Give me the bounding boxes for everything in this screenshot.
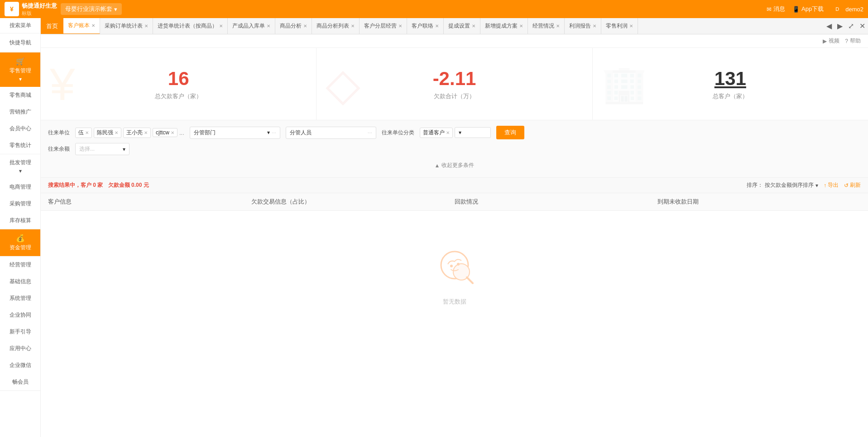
collapse-button[interactable]: ▲ 收起更多条件 xyxy=(48,159,861,172)
tag-close-icon[interactable]: ✕ xyxy=(85,130,89,135)
help-label: 帮助 xyxy=(850,37,861,45)
tag-close-icon[interactable]: ✕ xyxy=(171,130,174,135)
tab-close-icon[interactable]: ✕ xyxy=(519,24,523,28)
chevron-down-icon: ▾ xyxy=(267,129,270,136)
bg-icon-building: 🏢 xyxy=(602,63,647,105)
sidebar-item-retail-stats[interactable]: 零售统计 xyxy=(0,137,40,154)
sidebar-item-member[interactable]: 会员中心 xyxy=(0,120,40,137)
person-more-icon[interactable]: ··· xyxy=(368,129,372,136)
app-download-button[interactable]: 📱 App下载 xyxy=(792,5,824,13)
tab-close-icon[interactable]: ✕ xyxy=(91,23,95,28)
unit-class-tag-normal[interactable]: 普通客户 ✕ xyxy=(420,128,453,138)
results-info: 搜索结果中，客户 0 家 欠款金额 0.00 元 xyxy=(48,181,149,189)
tab-customer-contact[interactable]: 客户联络 ✕ xyxy=(407,18,444,34)
sidebar-item-wholesale[interactable]: 批发管理 ▾ xyxy=(0,154,40,179)
tab-close-icon[interactable]: ✕ xyxy=(267,24,270,28)
tab-close-icon[interactable]: ✕ xyxy=(303,24,307,28)
user-profile[interactable]: D demo2 xyxy=(831,3,863,15)
tab-close-icon[interactable]: ✕ xyxy=(351,24,355,28)
unit-class-select[interactable]: ▾ xyxy=(455,127,491,138)
tag-close-icon[interactable]: ✕ xyxy=(144,130,148,135)
sidebar-label: 批发管理 xyxy=(10,159,31,166)
tab-scroll-left[interactable]: ◀ xyxy=(824,18,834,34)
export-button[interactable]: ↑ 导出 xyxy=(824,181,839,189)
enterprise-selector[interactable]: 母婴行业演示帐套 ▾ xyxy=(61,3,122,15)
tab-close-icon[interactable]: ✕ xyxy=(629,24,633,28)
dept-clear-icon[interactable]: ··· xyxy=(272,129,276,136)
tab-product-analysis[interactable]: 商品分析 ✕ xyxy=(275,18,312,34)
stat-card-total-customers: 🏢 131 总客户（家） xyxy=(593,48,868,120)
tab-inbound-stats[interactable]: 进货单统计表（按商品） ✕ xyxy=(153,18,228,34)
col-header-debt: 欠款交易信息（占比） xyxy=(251,198,455,206)
logo-sub: 标版 xyxy=(22,10,57,17)
tab-bar: 首页 客户账本 ✕ 采购订单统计表 ✕ 进货单统计表（按商品） ✕ xyxy=(41,18,868,34)
help-button[interactable]: ? 帮助 xyxy=(845,37,861,45)
tab-customer-layer[interactable]: 客户分层经营 ✕ xyxy=(360,18,407,34)
sidebar-item-operations[interactable]: 经营管理 xyxy=(0,256,40,273)
video-help-button[interactable]: ▶ 视频 xyxy=(823,37,839,45)
sidebar-item-ecommerce[interactable]: 电商管理 xyxy=(0,179,40,195)
unit-tag-cjttcw[interactable]: cjttcw ✕ xyxy=(153,128,177,137)
unit-tag-wu[interactable]: 伍 ✕ xyxy=(75,128,92,138)
tab-product-analysis-list[interactable]: 商品分析列表 ✕ xyxy=(312,18,360,34)
tab-close-icon[interactable]: ✕ xyxy=(435,24,439,28)
sidebar-item-member2[interactable]: 畅会员 xyxy=(0,374,40,390)
sidebar-item-system[interactable]: 系统管理 xyxy=(0,290,40,307)
tab-label: 采购订单统计表 xyxy=(105,22,143,30)
tab-close-icon[interactable]: ✕ xyxy=(398,24,402,28)
tab-profit-report[interactable]: 利润报告 ✕ xyxy=(565,18,601,34)
sidebar-item-collab[interactable]: 企业协同 xyxy=(0,307,40,323)
sidebar-item-basic-info[interactable]: 基础信息 xyxy=(0,273,40,290)
tab-commission-setting[interactable]: 提成设置 ✕ xyxy=(444,18,480,34)
tab-new-commission[interactable]: 新增提成方案 ✕ xyxy=(480,18,528,34)
tag-close-icon[interactable]: ✕ xyxy=(446,130,450,135)
filter-area: 往来单位 伍 ✕ 陈民强 ✕ 王小亮 xyxy=(41,120,868,178)
sidebar-search[interactable]: 搜索菜单 xyxy=(0,18,40,33)
tab-purchase-order[interactable]: 采购订单统计表 ✕ xyxy=(100,18,153,34)
dept-filter-select[interactable]: 分管部门 ▾ ··· xyxy=(190,127,280,139)
sidebar-item-marketing[interactable]: 营销推广 xyxy=(0,104,40,120)
person-filter-select[interactable]: 分管人员 ··· xyxy=(286,127,376,139)
query-button[interactable]: 查询 xyxy=(496,126,524,139)
tab-close-icon[interactable]: ✕ xyxy=(144,24,148,28)
sidebar-item-wecom[interactable]: 企业微信 xyxy=(0,357,40,374)
unit-filter-label: 往来单位 xyxy=(48,129,70,137)
sidebar-item-finance[interactable]: 💰 资金管理 xyxy=(0,229,40,256)
tab-close-all[interactable]: ✕ xyxy=(857,18,868,34)
tab-operations[interactable]: 经营情况 ✕ xyxy=(528,18,565,34)
balance-select[interactable]: 选择... ▾ xyxy=(75,143,129,155)
tab-product-inbound[interactable]: 产成品入库单 ✕ xyxy=(228,18,275,34)
tag-close-icon[interactable]: ✕ xyxy=(115,130,118,135)
refresh-button[interactable]: ↺ 刷新 xyxy=(844,181,861,189)
sidebar-label: 零售统计 xyxy=(10,142,31,149)
chevron-down-icon: ▾ xyxy=(459,129,461,136)
sidebar-item-guide[interactable]: 新手引导 xyxy=(0,323,40,340)
tab-close-icon[interactable]: ✕ xyxy=(472,24,475,28)
sidebar-item-retail-mgmt[interactable]: 🛒 零售管理 ▾ xyxy=(0,52,40,87)
message-button[interactable]: ✉ 消息 xyxy=(767,5,785,13)
tab-maximize[interactable]: ⤢ xyxy=(845,18,857,34)
sidebar-item-apps[interactable]: 应用中心 xyxy=(0,340,40,357)
tab-customer-ledger[interactable]: 客户账本 ✕ xyxy=(63,18,100,34)
tab-close-icon[interactable]: ✕ xyxy=(556,24,560,28)
bg-icon-yuan: ¥ xyxy=(50,58,75,110)
sidebar-item-purchase[interactable]: 采购管理 xyxy=(0,195,40,212)
video-label: 视频 xyxy=(829,37,839,45)
tab-home[interactable]: 首页 xyxy=(41,18,63,34)
tab-scroll-right[interactable]: ▶ xyxy=(834,18,845,34)
sort-select[interactable]: 排序： 按欠款金额倒序排序 ▾ xyxy=(747,181,818,189)
sidebar-quick-nav[interactable]: 快捷导航 xyxy=(0,35,40,50)
tab-close-icon[interactable]: ✕ xyxy=(593,24,596,28)
unit-tag-chen[interactable]: 陈民强 ✕ xyxy=(94,128,121,138)
data-table: 客户信息 欠款交易信息（占比） 回款情况 到期未收款日期 xyxy=(41,193,868,342)
stats-row: ¥ 16 总欠款客户（家） ◇ -2.11 欠款合计（万） 🏢 131 总 xyxy=(41,48,868,120)
sidebar-item-retail-mall[interactable]: 零售商城 xyxy=(0,87,40,104)
sidebar-item-inventory[interactable]: 库存核算 xyxy=(0,212,40,229)
tab-retail-profit[interactable]: 零售利润 ✕ xyxy=(601,18,638,34)
tab-close-icon[interactable]: ✕ xyxy=(219,24,223,28)
unit-filter-more[interactable]: ... xyxy=(179,129,184,136)
sidebar-label: 企业协同 xyxy=(10,311,31,319)
unit-tag-wang[interactable]: 王小亮 ✕ xyxy=(123,128,151,138)
balance-filter-label: 往来余额 xyxy=(48,145,70,153)
unit-filter-tags: 伍 ✕ 陈民强 ✕ 王小亮 ✕ xyxy=(75,128,184,138)
